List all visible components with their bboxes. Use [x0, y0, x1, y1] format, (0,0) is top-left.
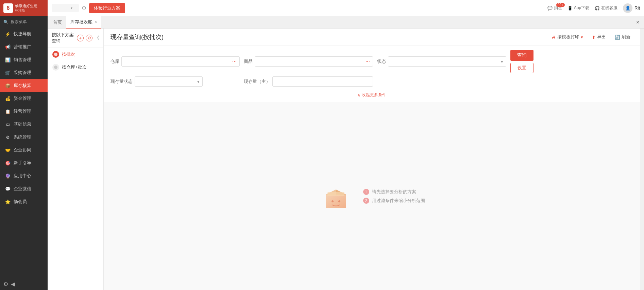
tab-inventory-batch[interactable]: 库存批次账 × [66, 16, 101, 29]
sidebar-item-label: 资金管理 [14, 95, 31, 102]
settings-btn[interactable]: 设置 [510, 63, 533, 73]
sidebar-nav: ⚡ 快捷导航 📢 营销推广 📊 销售管理 🛒 采购管理 📦 库存核算 💰 资金管… [0, 28, 48, 278]
messages-action[interactable]: 💬 消息 99+ [547, 5, 562, 11]
tip-num-2: 2 [363, 198, 369, 204]
warehouse-more-icon[interactable]: ··· [232, 58, 237, 65]
breadcrumb: ▾ [52, 4, 79, 12]
print-dropdown-icon[interactable]: ▾ [581, 35, 583, 40]
sidebar: 6 畅康通好生意 标准版 🔍 搜索菜单 ⚡ 快捷导航 📢 营销推广 📊 销售管理… [0, 0, 48, 290]
wechat-icon: 💬 [5, 186, 11, 192]
filter-row-1: 仓库 ··· 商品 ··· 状态 [111, 50, 633, 73]
user-name: Rit [634, 5, 640, 11]
collapse-scheme-btn[interactable]: 《 [95, 35, 99, 41]
sidebar-item-marketing[interactable]: 📢 营销推广 [0, 40, 48, 53]
sidebar-item-purchase[interactable]: 🛒 采购管理 [0, 66, 48, 79]
product-input[interactable] [258, 59, 366, 64]
export-btn[interactable]: ⬆ 导出 [589, 33, 609, 41]
online-service-label: 在线客服 [601, 5, 617, 11]
qty-min-input[interactable] [275, 79, 318, 84]
sidebar-item-label: 销售管理 [14, 57, 31, 63]
right-scrollbar [640, 29, 644, 290]
scheme-item-by-warehouse-batch[interactable]: 按仓库+批次 [48, 61, 103, 74]
print-btn[interactable]: 🖨 按模板打印 ▾ [549, 33, 586, 41]
warehouse-input[interactable] [124, 59, 232, 64]
add-scheme-btn[interactable]: + [77, 35, 84, 41]
sidebar-item-apps[interactable]: 🔮 应用中心 [0, 169, 48, 182]
marketing-icon: 📢 [5, 44, 11, 50]
messages-badge: 99+ [556, 3, 565, 7]
scheme-item-by-batch[interactable]: 按批次 [48, 48, 103, 61]
sidebar-item-quick-nav[interactable]: ⚡ 快捷导航 [0, 28, 48, 40]
tab-home[interactable]: 首页 [49, 16, 66, 29]
breadcrumb-text [54, 5, 69, 11]
scheme-label-wh-batch: 按仓库+批次 [62, 64, 87, 70]
warehouse-input-wrap[interactable]: ··· [121, 56, 240, 67]
search-label: 搜索菜单 [11, 19, 27, 25]
sidebar-item-label: 营销推广 [14, 44, 31, 50]
sidebar-item-label: 系统管理 [14, 134, 31, 140]
topbar-gear-icon[interactable]: ⚙ [82, 5, 86, 11]
collapse-label: 收起更多条件 [362, 92, 386, 98]
headset-icon: 🎧 [595, 6, 600, 11]
refresh-btn[interactable]: 🔄 刷新 [612, 33, 633, 41]
inventory-icon: 📦 [5, 83, 11, 89]
qty-range: — [272, 76, 373, 87]
query-btn[interactable]: 查询 [510, 50, 533, 61]
qty-dash: — [321, 79, 325, 84]
print-label: 按模板打印 [557, 34, 579, 40]
sidebar-item-guide[interactable]: 🎯 新手引导 [0, 157, 48, 169]
svg-point-0 [54, 53, 57, 56]
sidebar-item-enterprise[interactable]: 🤝 企业协同 [0, 144, 48, 157]
dropdown-arrow-icon[interactable]: ▾ [71, 6, 72, 10]
footer-collapse-icon[interactable]: ◀ [11, 281, 15, 287]
panel-close-btn[interactable]: × [633, 19, 643, 25]
status-select[interactable]: ▾ [388, 56, 506, 67]
scheme-icon-wh-batch [52, 64, 59, 71]
trial-btn[interactable]: 体验行业方案 [89, 3, 125, 13]
warehouse-label: 仓库 [111, 58, 119, 65]
filter-status: 状态 ▾ [377, 56, 506, 67]
footer-settings-icon[interactable]: ⚙ [3, 281, 8, 287]
product-input-wrap[interactable]: ··· [255, 56, 373, 67]
collapse-more-btn[interactable]: ∧ 收起更多条件 [111, 90, 633, 98]
sidebar-item-label: 畅会员 [14, 199, 27, 205]
app-title-group: 畅康通好生意 标准版 [15, 3, 37, 13]
sidebar-item-wechat[interactable]: 💬 企业微信 [0, 182, 48, 195]
stock-status-select[interactable]: ▾ [135, 76, 203, 87]
filter-row-2: 现存量状态 ▾ 现存量（主） — [111, 76, 633, 87]
online-service-action[interactable]: 🎧 在线客服 [595, 5, 617, 11]
sidebar-item-operation[interactable]: 📋 经营管理 [0, 105, 48, 118]
user-profile[interactable]: 👤 Rit [623, 3, 640, 13]
sidebar-item-label: 基础信息 [14, 121, 31, 127]
tip-text-2: 用过滤条件来缩小分析范围 [372, 198, 425, 204]
page-title-actions: 🖨 按模板打印 ▾ ⬆ 导出 🔄 刷新 [549, 33, 633, 41]
operation-icon: 📋 [5, 108, 11, 114]
main-area: ▾ ⚙ 体验行业方案 💬 消息 99+ 📱 App下载 🎧 在线客服 👤 [48, 0, 644, 290]
export-label: 导出 [597, 34, 606, 40]
page-title: 现存量查询(按批次) [111, 33, 164, 41]
empty-tip-1: 1 请先选择要分析的方案 [363, 189, 425, 195]
empty-tips: 1 请先选择要分析的方案 2 用过滤条件来缩小分析范围 [363, 189, 425, 204]
sidebar-item-basic[interactable]: 🗂 基础信息 [0, 118, 48, 131]
sidebar-search[interactable]: 🔍 搜索菜单 [0, 16, 48, 28]
qty-max-input[interactable] [328, 79, 370, 84]
sidebar-item-sales[interactable]: 📊 销售管理 [0, 53, 48, 66]
enterprise-icon: 🤝 [5, 147, 11, 153]
sidebar-item-inventory[interactable]: 📦 库存核算 [0, 79, 48, 92]
sidebar-item-label: 库存核算 [14, 83, 31, 89]
sidebar-item-member[interactable]: ⭐ 畅会员 [0, 195, 48, 208]
product-more-icon[interactable]: ··· [366, 58, 370, 65]
message-icon: 💬 [547, 6, 553, 11]
tab-close-icon[interactable]: × [95, 20, 97, 24]
app-download-action[interactable]: 📱 App下载 [567, 5, 589, 11]
printer-icon: 🖨 [552, 35, 556, 40]
settings-scheme-btn[interactable]: ⚙ [86, 35, 92, 41]
member-icon: ⭐ [5, 199, 11, 205]
query-action-btns: 查询 设置 [510, 50, 533, 73]
stock-qty-label: 现存量（主） [244, 78, 270, 85]
sidebar-item-label: 快捷导航 [14, 31, 31, 37]
purchase-icon: 🛒 [5, 70, 11, 76]
sidebar-item-system[interactable]: ⚙ 系统管理 [0, 131, 48, 144]
scheme-panel-actions: + ⚙ 《 [77, 35, 99, 41]
sidebar-item-finance[interactable]: 💰 资金管理 [0, 92, 48, 105]
